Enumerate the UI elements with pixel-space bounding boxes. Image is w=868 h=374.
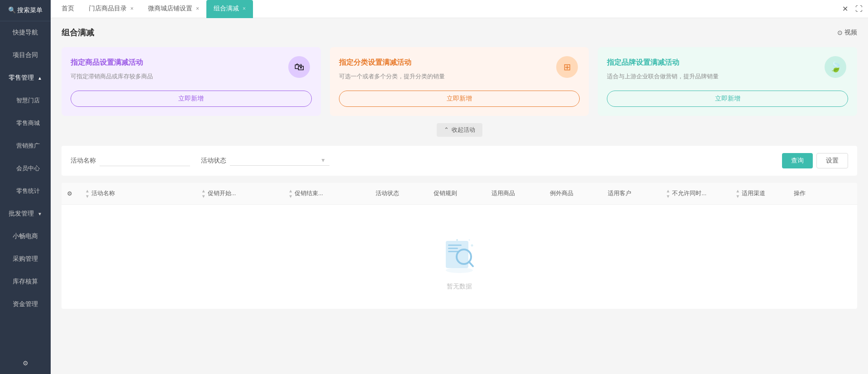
sort-icon: ▲▼ <box>201 188 206 199</box>
video-link[interactable]: ⊙ 视频 <box>837 29 857 37</box>
brand-card-title: 指定品牌设置满减活动 <box>607 58 848 67</box>
svg-point-0 <box>446 268 473 273</box>
video-label: 视频 <box>844 29 857 37</box>
sidebar-item-retail-mall[interactable]: 零售商城 <box>0 112 51 134</box>
filter-row: 活动名称 活动状态 ▼ 查询 设置 <box>62 146 857 176</box>
product-card-title: 指定商品设置满减活动 <box>71 58 312 67</box>
activity-name-label: 活动名称 <box>71 157 96 165</box>
tab-bar: 首页 门店商品目录 × 微商城店铺设置 × 组合满减 × ✕ ⛶ <box>51 0 868 18</box>
grid-icon: ⊞ <box>563 62 571 72</box>
th-channel[interactable]: ▲▼ 适用渠道 <box>735 188 793 199</box>
sidebar-item-label: 营销推广 <box>16 142 40 149</box>
activity-status-select[interactable]: ▼ <box>230 155 329 166</box>
brand-card-add-button[interactable]: 立即新增 <box>607 91 848 107</box>
gear-icon: ⚙ <box>67 190 72 197</box>
collapse-activity-button[interactable]: ⌃ 收起活动 <box>437 123 482 137</box>
sidebar-item-project-contract[interactable]: 项目合同 <box>0 44 51 67</box>
svg-point-6 <box>459 252 468 261</box>
product-card-desc: 可指定滞销商品或库存较多商品 <box>71 72 312 82</box>
chevron-down-icon: ▼ <box>320 157 326 163</box>
product-card-add-button[interactable]: 立即新增 <box>71 91 312 107</box>
tab-wechat-store[interactable]: 微商城店铺设置 × <box>141 0 206 18</box>
tab-store-catalog-close[interactable]: × <box>130 5 134 12</box>
sidebar-item-purchase-mgmt[interactable]: 采购管理 <box>0 248 51 270</box>
product-card-icon: 🛍 <box>288 56 310 78</box>
tab-combo-discount[interactable]: 组合满减 × <box>206 0 253 18</box>
query-button[interactable]: 查询 <box>782 153 813 168</box>
sidebar-item-inventory[interactable]: 库存核算 <box>0 270 51 293</box>
sidebar-item-smart-store[interactable]: 智慧门店 <box>0 89 51 112</box>
sidebar-item-wholesale-mgmt[interactable]: 批发管理 <box>0 202 51 225</box>
table-header: ⚙ ▲▼ 活动名称 ▲▼ 促销开始... ▲▼ 促销结束... 活动状态 <box>62 183 857 205</box>
sort-icon: ▲▼ <box>735 188 740 199</box>
sidebar-item-quick-nav[interactable]: 快捷导航 <box>0 21 51 44</box>
th-end-label: 促销结束... <box>295 189 323 197</box>
category-card-add-button[interactable]: 立即新增 <box>339 91 580 107</box>
play-icon: ⊙ <box>837 29 843 36</box>
sidebar-item-label: 批发管理 <box>9 210 34 217</box>
brand-promo-card: 🍃 指定品牌设置满减活动 适合与上游企业联合做营销，提升品牌销量 立即新增 <box>598 47 857 116</box>
svg-rect-2 <box>448 245 462 246</box>
th-channel-label: 适用渠道 <box>742 189 765 197</box>
filter-actions: 查询 设置 <box>782 153 848 168</box>
sidebar-item-marketing[interactable]: 营销推广 <box>0 134 51 157</box>
tab-home[interactable]: 首页 <box>54 0 81 18</box>
sort-icon: ▲▼ <box>666 188 670 199</box>
page-title: 组合满减 <box>62 27 94 38</box>
th-gear[interactable]: ⚙ <box>67 190 85 197</box>
sidebar-item-label: 会员中心 <box>16 165 40 172</box>
sidebar-item-xiaochange[interactable]: 小畅电商 <box>0 225 51 248</box>
tab-home-label: 首页 <box>62 5 74 13</box>
activity-name-input[interactable] <box>100 155 190 166</box>
th-except-label: 例外商品 <box>550 189 573 197</box>
sidebar-item-retail-mgmt[interactable]: 零售管理 <box>0 67 51 89</box>
collapse-bar: ⌃ 收起活动 <box>62 123 857 137</box>
sidebar-item-label: 智慧门店 <box>16 97 40 104</box>
collapse-icon: ⌃ <box>444 126 449 133</box>
sidebar-item-retail-stats[interactable]: 零售统计 <box>0 180 51 202</box>
th-notallow[interactable]: ▲▼ 不允许同时... <box>666 188 735 199</box>
th-rule: 促销规则 <box>434 189 491 197</box>
th-start[interactable]: ▲▼ 促销开始... <box>201 188 289 199</box>
th-customer-label: 适用客户 <box>608 189 631 197</box>
content-area: 组合满减 ⊙ 视频 🛍 指定商品设置满减活动 可指定滞销商品或库存较多商品 立即… <box>51 18 868 374</box>
sidebar-search-label: 搜索菜单 <box>17 6 43 14</box>
sidebar-settings[interactable]: ⚙ <box>0 352 51 374</box>
setting-button[interactable]: 设置 <box>816 153 848 168</box>
th-name-label: 活动名称 <box>91 189 115 197</box>
tab-wechat-store-close[interactable]: × <box>196 5 199 12</box>
close-window-button[interactable]: ✕ <box>840 5 850 13</box>
leaf-icon: 🍃 <box>830 61 842 73</box>
sidebar: 🔍 搜索菜单 快捷导航 项目合同 零售管理 智慧门店 零售商城 营销推广 会员中… <box>0 0 51 374</box>
sidebar-item-label: 小畅电商 <box>13 232 38 240</box>
sort-icon: ▲▼ <box>85 188 90 199</box>
sort-icon: ▲▼ <box>288 188 293 199</box>
empty-illustration <box>437 232 482 277</box>
sidebar-item-label: 采购管理 <box>13 255 38 262</box>
sidebar-item-label: 零售统计 <box>16 187 40 194</box>
sidebar-item-label: 项目合同 <box>13 51 38 58</box>
bag-icon: 🛍 <box>294 61 304 73</box>
sidebar-item-finance[interactable]: 资金管理 <box>0 293 51 316</box>
tab-combo-discount-close[interactable]: × <box>243 5 246 12</box>
product-promo-card: 🛍 指定商品设置满减活动 可指定滞销商品或库存较多商品 立即新增 <box>62 47 321 116</box>
empty-state: 暂无数据 <box>62 205 857 309</box>
sidebar-item-label: 零售管理 <box>9 74 34 81</box>
category-card-title: 指定分类设置满减活动 <box>339 58 580 67</box>
th-end[interactable]: ▲▼ 促销结束... <box>288 188 376 199</box>
sidebar-search[interactable]: 🔍 搜索菜单 <box>0 0 51 21</box>
th-notallow-label: 不允许同时... <box>672 189 706 197</box>
tab-store-catalog[interactable]: 门店商品目录 × <box>81 0 141 18</box>
sidebar-item-label: 资金管理 <box>13 300 38 307</box>
th-name[interactable]: ▲▼ 活动名称 <box>85 188 201 199</box>
page-header: 组合满减 ⊙ 视频 <box>62 27 857 38</box>
search-icon: 🔍 <box>8 6 16 14</box>
maximize-window-button[interactable]: ⛶ <box>854 5 864 13</box>
th-goods-label: 适用商品 <box>491 189 515 197</box>
tab-wechat-store-label: 微商城店铺设置 <box>148 5 192 13</box>
category-promo-card: ⊞ 指定分类设置满减活动 可选一个或者多个分类，提升分类的销量 立即新增 <box>330 47 589 116</box>
svg-rect-3 <box>448 248 458 249</box>
th-except: 例外商品 <box>550 189 608 197</box>
sidebar-item-label: 库存核算 <box>13 278 38 285</box>
sidebar-item-member-center[interactable]: 会员中心 <box>0 157 51 180</box>
